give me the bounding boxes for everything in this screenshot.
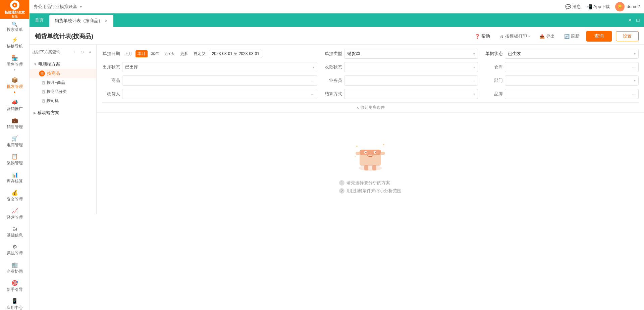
help-button[interactable]: ❓ 帮助 (472, 32, 493, 41)
sidebar-item-operations[interactable]: 📈 经营管理 (0, 205, 29, 223)
svg-point-13 (383, 144, 384, 145)
department-select[interactable]: ▾ (505, 75, 639, 86)
doctype-control[interactable]: 销货单 ▾ (344, 49, 478, 59)
sidebar-item-appstore[interactable]: 📱 应用中心 (0, 295, 29, 310)
shortcut-more[interactable]: 更多 (178, 50, 190, 57)
docstatus-select[interactable]: 已生效 ▾ (505, 49, 639, 59)
page-title: 销货单统计表(按商品) (35, 32, 93, 40)
purchase-label: 采购管理 (7, 160, 23, 166)
sidebar-item-system[interactable]: ⚙ 系统管理 (0, 241, 29, 259)
tree-parent-mobile[interactable]: ▶ 移动端方案 (30, 108, 96, 117)
brand-select[interactable]: ··· (505, 89, 639, 99)
tab-home[interactable]: 首页 (30, 13, 49, 27)
tab-close-icon[interactable]: ✕ (105, 19, 108, 23)
print-dropdown-icon: ▾ (528, 35, 530, 38)
query-button[interactable]: 查询 (586, 31, 612, 42)
ecommerce-icon: 🛒 (11, 135, 18, 142)
tree-sub-by-machine[interactable]: 🖼 按司机 (30, 96, 96, 105)
settings-button[interactable]: 设置 (616, 31, 639, 41)
ecommerce-label: 电商管理 (7, 142, 23, 148)
warehouse-select[interactable]: ··· (505, 62, 639, 72)
outstatus-value: 已出库 (125, 64, 138, 70)
category-label: 按商品分类 (47, 89, 67, 95)
shortcut-last-month[interactable]: 上月 (122, 50, 134, 57)
pc-tree-section: ▼ 电脑端方案 按 按商品 🖼 按月+商品 🖼 (30, 58, 96, 107)
docstatus-control[interactable]: 已生效 ▾ (505, 49, 639, 59)
print-button[interactable]: 🖨 按模板打印 ▾ (497, 32, 533, 41)
salesperson-field-group: 业务员 ··· (324, 75, 478, 86)
tree-child-by-product[interactable]: 按 按商品 (30, 69, 96, 78)
operations-label: 经营管理 (7, 215, 23, 220)
sidebar-item-inventory[interactable]: 📊 库存核算 (0, 169, 29, 187)
outstatus-field-group: 出库状态 已出库 ▾ (102, 62, 317, 72)
doctype-value: 销货单 (347, 51, 360, 57)
product-field-group: 商品 ··· (102, 75, 317, 86)
sidebar-item-retail[interactable]: 🏪 零售管理 ▼ (0, 52, 29, 74)
payment-select[interactable]: ▾ (344, 89, 478, 99)
sidebar-item-enterprise[interactable]: 🏢 企业协同 (0, 259, 29, 277)
mobile-section-label: 移动端方案 (38, 110, 59, 116)
export-button[interactable]: 📤 导出 (537, 32, 557, 41)
avatar: 😊 (615, 2, 625, 11)
sidebar-item-basics[interactable]: 🗂 基础信息 (0, 223, 29, 241)
svg-point-6 (365, 152, 367, 153)
search-menu-item[interactable]: 🔍 搜索菜单 (0, 19, 29, 34)
doctype-arrow-icon: ▾ (473, 52, 475, 56)
outstatus-select[interactable]: 已出库 ▾ (122, 62, 317, 72)
sidebar-item-purchase[interactable]: 📋 采购管理 (0, 151, 29, 169)
doctype-label: 单据类型 (324, 51, 344, 57)
shortcut-custom[interactable]: 自定义 (192, 50, 208, 57)
brand-control: ··· (505, 89, 639, 99)
sidebar-item-marketing[interactable]: 📣 营销推广 (0, 96, 29, 114)
salesperson-label: 业务员 (324, 78, 344, 84)
help-label: 帮助 (481, 33, 490, 39)
sidebar-item-sales[interactable]: 💼 销售管理 (0, 114, 29, 133)
doctype-select[interactable]: 销货单 ▾ (344, 49, 478, 59)
department-arrow-icon: ▾ (634, 79, 636, 83)
sidebar-item-guide[interactable]: 🎯 新手引导 (0, 277, 29, 295)
main-area: 办公用品行业模拟账套 ▾ 💬 消息 📲 App下载 😊 demo2 首页 (30, 0, 644, 310)
date-range-value[interactable]: 2023-03-01 至 2023-03-31 (209, 50, 262, 58)
tree-sub-by-category[interactable]: 🖼 按商品分类 (30, 87, 96, 96)
basics-icon: 🗂 (12, 226, 17, 232)
user-area[interactable]: 😊 demo2 (615, 2, 640, 11)
filter-row-3: 商品 ··· 业务员 (102, 75, 639, 86)
filter-row-2: 出库状态 已出库 ▾ 收款状态 (102, 62, 639, 72)
collapse-panel-button[interactable]: « (87, 49, 94, 55)
tree-sub-by-month-product[interactable]: 🖼 按月+商品 (30, 78, 96, 87)
app-download-item[interactable]: 📲 App下载 (586, 4, 610, 10)
sidebar-item-finance[interactable]: 💰 资金管理 (0, 187, 29, 205)
tab-close-all-icon[interactable]: ✕ (627, 17, 633, 23)
docstatus-value: 已生效 (508, 51, 521, 57)
product-select[interactable]: ··· (122, 75, 317, 86)
department-label: 部门 (485, 78, 505, 84)
tab-restore-icon[interactable]: ⊡ (635, 17, 641, 23)
enterprise-icon: 🏢 (11, 262, 18, 268)
tree-parent-pc[interactable]: ▼ 电脑端方案 (30, 59, 96, 69)
outstatus-label: 出库状态 (102, 64, 122, 70)
sidebar-item-shortcut[interactable]: ⚡ 快捷导航 (0, 34, 29, 52)
refresh-button[interactable]: 🔄 刷新 (561, 32, 582, 41)
shortcut-this-month[interactable]: 本月 (136, 50, 148, 57)
shortcut-7days[interactable]: 近7天 (162, 50, 177, 57)
salesperson-select[interactable]: ··· (344, 75, 478, 86)
recipient-select[interactable]: ··· (122, 89, 317, 99)
add-scheme-button[interactable]: + (71, 49, 77, 55)
sidebar-item-wholesale[interactable]: 📦 批发管理 ▲ (0, 74, 29, 96)
app-logo: 畅捷通好生意 标版 (0, 0, 30, 19)
message-item[interactable]: 💬 消息 (565, 4, 581, 10)
help-icon: ❓ (475, 34, 480, 39)
receiptstatus-select[interactable]: ▾ (344, 62, 478, 72)
collapse-label: 收起更多条件 (361, 105, 385, 110)
app-download-icon: 📲 (586, 4, 592, 9)
recipient-field-group: 收货人 ··· (102, 89, 317, 99)
copy-scheme-button[interactable]: ⊙ (79, 49, 86, 55)
docstatus-field-group: 单据状态 已生效 ▾ (485, 49, 639, 59)
tab-sales-stat[interactable]: 销货单统计表（按商品） ✕ (49, 15, 113, 27)
receiptstatus-control: ▾ (344, 62, 478, 72)
sidebar-item-ecommerce[interactable]: 🛒 电商管理 (0, 133, 29, 151)
header-dropdown-icon[interactable]: ▾ (80, 4, 82, 9)
shortcut-this-year[interactable]: 本年 (149, 50, 161, 57)
svg-point-7 (375, 152, 376, 153)
collapse-filter-button[interactable]: ∧ 收起更多条件 (102, 102, 639, 112)
